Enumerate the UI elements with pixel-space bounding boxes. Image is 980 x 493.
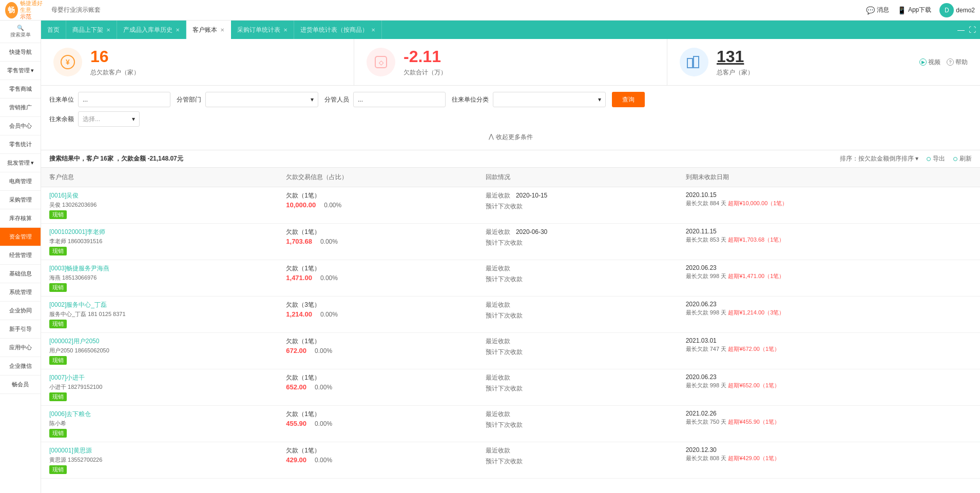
sidebar-item-system[interactable]: 系统管理 — [0, 283, 41, 302]
filter-balance: 往来余额 选择... ▾ — [49, 111, 140, 127]
customer-tag: 现销 — [49, 392, 67, 401]
overdue-link[interactable]: 超期¥455.90（1笔） — [728, 419, 780, 425]
stat-content-debt-total: -2.11 欠款合计（万） — [403, 47, 655, 77]
customer-name-link[interactable]: [0006]去下粮仓 — [49, 410, 91, 418]
tab-product-warehouse-close[interactable]: ✕ — [176, 27, 180, 33]
sidebar-item-quick-nav[interactable]: 快捷导航 — [0, 43, 41, 62]
recovery-cell: 最近收款 2020-06-30 预计下次收款 — [477, 224, 678, 260]
next-payment: 预计下次收款 — [486, 384, 669, 393]
tab-customer-account[interactable]: 客户账本 ✕ — [186, 21, 231, 39]
tab-product-shelf[interactable]: 商品上下架 ✕ — [66, 21, 117, 39]
recovery-cell: 最近收款 预计下次收款 — [477, 369, 678, 406]
sort-btn[interactable]: 排序：按欠款金额倒序排序 ▾ — [840, 154, 918, 163]
sidebar-item-retail-stats[interactable]: 零售统计 — [0, 135, 41, 154]
dept-arrow: ▾ — [311, 96, 314, 103]
customer-name-link[interactable]: [000001]黄思源 — [49, 447, 92, 454]
tab-purchase-stats-close[interactable]: ✕ — [371, 27, 375, 33]
sidebar-item-purchase[interactable]: 采购管理 — [0, 191, 41, 209]
collapse-row[interactable]: ⋀ 收起更多条件 — [49, 131, 972, 144]
help-btn[interactable]: ? 帮助 — [947, 58, 968, 67]
recovery-cell: 最近收款 预计下次收款 — [477, 406, 678, 442]
app-download-btn[interactable]: 📱 App下载 — [897, 6, 931, 14]
sidebar-item-batch-mgmt[interactable]: 批发管理 ▾ — [0, 154, 41, 172]
sidebar-item-app-center[interactable]: 应用中心 — [0, 339, 41, 357]
sidebar-item-inventory[interactable]: 库存核算 — [0, 209, 41, 228]
overdue-link[interactable]: 超期¥1,214.00（3笔） — [728, 309, 784, 315]
filter-unit-category: 往来单位分类 ▾ — [452, 92, 606, 107]
refresh-btn[interactable]: 刷新 — [953, 154, 972, 163]
sidebar-search[interactable]: 🔍 搜索菜单 — [0, 21, 41, 43]
customer-name-link[interactable]: [0003]畅捷服务尹海燕 — [49, 265, 109, 272]
filter-source-unit: 往来单位 ... — [49, 92, 170, 107]
due-date: 2021.02.26 — [686, 410, 972, 417]
tab-actions: — ⛶ — [953, 26, 980, 34]
unit-category-input[interactable]: ▾ — [493, 92, 606, 107]
tab-home[interactable]: 首页 — [41, 21, 66, 39]
sidebar-item-basic-info[interactable]: 基础信息 — [0, 265, 41, 283]
results-text-middle: ，欠款金额 — [115, 155, 146, 162]
tab-product-shelf-close[interactable]: ✕ — [106, 27, 110, 33]
overdue-link[interactable]: 超期¥1,471.00（1笔） — [728, 273, 784, 279]
customer-name-link[interactable]: [0007]小进干 — [49, 374, 85, 381]
tab-product-warehouse-label: 产成品入库单历史 — [123, 26, 172, 34]
customer-name-link[interactable]: [0002]服务中心_丁磊 — [49, 301, 107, 308]
due-date: 2020.06.23 — [686, 264, 972, 271]
overdue-link[interactable]: 超期¥1,703.68（1笔） — [728, 236, 784, 243]
overdue-link[interactable]: 超期¥429.00（1笔） — [728, 455, 780, 461]
tab-maximize-btn[interactable]: ⛶ — [969, 26, 976, 34]
sidebar-item-enterprise[interactable]: 企业协同 — [0, 302, 41, 320]
sidebar-item-marketing[interactable]: 营销推广 — [0, 98, 41, 117]
sidebar-item-ecommerce[interactable]: 电商管理 — [0, 172, 41, 191]
sidebar-item-finance[interactable]: 资金管理 — [0, 228, 41, 246]
tab-purchase-order-label: 采购订单统计表 — [237, 26, 280, 34]
balance-input[interactable]: 选择... ▾ — [78, 111, 140, 127]
svg-rect-4 — [687, 58, 693, 68]
sidebar-item-ops[interactable]: 经营管理 — [0, 246, 41, 265]
next-payment: 预计下次收款 — [486, 311, 669, 320]
view-video-btn[interactable]: ▶ 视频 — [919, 58, 940, 67]
debt-info-cell: 欠款（1笔） 652.00 0.00% — [278, 369, 477, 406]
source-unit-input[interactable]: ... — [78, 92, 170, 107]
user-avatar-btn[interactable]: D demo2 — [939, 3, 975, 17]
customer-tag: 现销 — [49, 356, 67, 365]
message-btn[interactable]: 💬 消息 — [866, 6, 889, 14]
sidebar-item-member[interactable]: 会员中心 — [0, 117, 41, 135]
dept-input[interactable]: ▾ — [205, 92, 318, 107]
table-wrapper: 客户信息 欠款交易信息（占比） 回款情况 到期未收款日期 [0016]吴俊 吴俊… — [41, 168, 980, 493]
sidebar-item-enterprise-wx[interactable]: 企业微信 — [0, 357, 41, 376]
stats-row: ¥ 16 总欠款客户（家） ◇ -2.11 欠款合计（万） — [41, 39, 980, 86]
last-payment-date: 2020-10-15 — [516, 192, 547, 199]
customer-info-cell: [000001]黄思源 黄思源 13552700226 现销 — [41, 442, 278, 479]
export-btn[interactable]: 导出 — [927, 154, 945, 163]
sort-arrow: ▾ — [915, 155, 918, 162]
overdue-link[interactable]: 超期¥10,000.00（1笔） — [728, 200, 787, 206]
tab-customer-account-close[interactable]: ✕ — [220, 27, 224, 33]
customer-name-link[interactable]: [000002]用户2050 — [49, 338, 99, 345]
table-row: [0001020001]李老师 李老师 18600391516 现销 欠款（1笔… — [41, 224, 980, 260]
debt-info-cell: 欠款（1笔） 10,000.00 0.00% — [278, 187, 477, 224]
sidebar-item-retail-mgmt[interactable]: 零售管理 ▾ — [0, 62, 41, 80]
sidebar-item-vip[interactable]: 畅会员 — [0, 376, 41, 394]
tab-product-warehouse[interactable]: 产成品入库单历史 ✕ — [117, 21, 186, 39]
chevron-down-icon: ▾ — [31, 67, 34, 74]
tab-purchase-order[interactable]: 采购订单统计表 ✕ — [231, 21, 294, 39]
sidebar-item-newbie[interactable]: 新手引导 — [0, 320, 41, 339]
tab-purchase-stats[interactable]: 进货单统计表（按商品） ✕ — [294, 21, 382, 39]
tab-purchase-order-close[interactable]: ✕ — [283, 27, 287, 33]
last-payment-label: 最近收款 — [486, 374, 510, 381]
debt-percent: 0.00% — [320, 238, 338, 245]
customer-name-link[interactable]: [0001020001]李老师 — [49, 228, 105, 235]
recovery-info: 最近收款 — [486, 446, 669, 455]
col-header-customer: 客户信息 — [41, 168, 278, 187]
person-input[interactable]: ... — [353, 92, 446, 107]
overdue-link[interactable]: 超期¥672.00（1笔） — [728, 346, 780, 352]
balance-arrow: ▾ — [132, 115, 135, 123]
query-button[interactable]: 查询 — [612, 92, 645, 107]
due-date: 2021.03.01 — [686, 337, 972, 344]
overdue-link[interactable]: 超期¥652.00（1笔） — [728, 382, 780, 388]
sidebar-item-retail-mall[interactable]: 零售商城 — [0, 80, 41, 98]
person-label: 分管人员 — [324, 95, 349, 104]
tab-minimize-btn[interactable]: — — [957, 26, 965, 34]
customer-name-link[interactable]: [0016]吴俊 — [49, 192, 79, 199]
next-payment: 预计下次收款 — [486, 348, 669, 357]
